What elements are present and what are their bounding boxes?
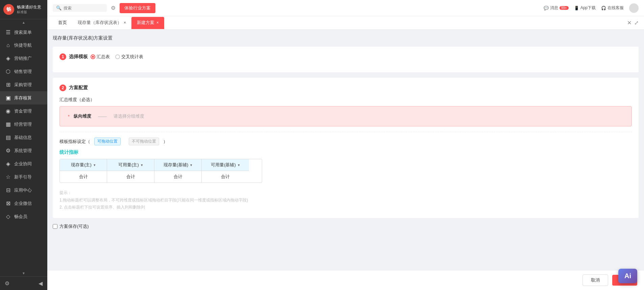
divider1 <box>59 132 632 132</box>
tab-inventory-status[interactable]: 现存量（库存状况表） × <box>72 17 131 29</box>
stats-col4-header[interactable]: 可用量(基辅) ▾ <box>202 159 249 171</box>
sidebar-item-purchase[interactable]: ⊞ 采购管理 <box>0 78 47 91</box>
indicator-label: 模板指标设定（ <box>59 139 90 145</box>
page-title: 现存量(库存状况表)方案设置 <box>53 35 639 41</box>
sidebar-item-business[interactable]: ▦ 经营管理 <box>0 118 47 131</box>
sidebar-item-label: 采购管理 <box>14 82 32 88</box>
sidebar-item-shortcut[interactable]: ⌂ 快捷导航 <box>0 39 47 52</box>
sidebar-item-label: 营销推广 <box>14 55 32 62</box>
sidebar-item-system[interactable]: ⚙ 系统管理 <box>0 144 47 157</box>
stats-col1-label: 现存量(主) <box>71 162 92 168</box>
download-icon: 📱 <box>574 6 579 10</box>
collapse-icon[interactable]: ◀ <box>39 280 43 287</box>
step2-card: 2 方案配置 汇总维度（必选） * 纵向维度 —— 请选择分组维度 模板指标设定… <box>53 78 639 218</box>
settings-icon[interactable]: ⚙ <box>5 280 9 287</box>
close-inventory-tab-icon[interactable]: × <box>124 20 126 25</box>
cancel-button[interactable]: 取消 <box>583 274 608 286</box>
col2-dropdown-icon[interactable]: ▾ <box>141 163 143 167</box>
message-badge: 99+ <box>560 6 569 10</box>
tabbar: 首页 现存量（库存状况表） × 新建方案 × ✕ ⤢ <box>47 16 644 30</box>
main-area: 🔍 ⚙ 体验行业方案 💬 消息 99+ 📱 App下载 🎧 在线客服 <box>47 0 644 290</box>
online-service-label: 在线客服 <box>608 5 624 11</box>
cart-icon: ⊞ <box>5 81 11 88</box>
tip-item-2: 2. 点击标题栏下拉可设置排序、插入列和删除列 <box>59 204 632 211</box>
home-icon: ⌂ <box>5 42 11 48</box>
sidebar-item-label: 基础信息 <box>14 135 32 141</box>
non-draggable-tag-text: 不可拖动位置 <box>132 139 156 144</box>
search-input[interactable] <box>64 6 97 10</box>
sidebar-item-search[interactable]: ☰ 搜索菜单 <box>0 26 47 39</box>
radio-cross[interactable]: 交叉统计表 <box>115 54 143 60</box>
message-label: 消息 <box>550 5 558 11</box>
sidebar-scroll-down[interactable]: ▼ <box>0 270 47 276</box>
headset-icon: 🎧 <box>601 6 606 10</box>
search-box[interactable]: 🔍 <box>53 4 107 12</box>
handshake-icon: ◈ <box>5 161 11 167</box>
sidebar-item-wechat[interactable]: ⊠ 企业微信 <box>0 197 47 210</box>
sidebar-item-member[interactable]: ◇ 畅会员 <box>0 210 47 223</box>
stats-table-header-row: 现存量(主) ▾ 可用量(主) ▾ 现存量(基辅) ▾ 可用量(基辅) ▾ <box>60 159 262 171</box>
user-avatar[interactable] <box>629 3 639 13</box>
sidebar-item-finance[interactable]: ◉ 资金管理 <box>0 104 47 118</box>
sidebar-item-cooperation[interactable]: ◈ 企业协同 <box>0 157 47 170</box>
ai-label: Ai <box>624 272 631 280</box>
stats-col2-body: 合计 <box>107 171 154 183</box>
sidebar-item-newguide[interactable]: ☆ 新手引导 <box>0 170 47 184</box>
sidebar-item-sales[interactable]: ⬡ 销售管理 <box>0 65 47 78</box>
sidebar-item-appcenter[interactable]: ⊟ 应用中心 <box>0 184 47 197</box>
dimension-required-mark: * <box>68 114 70 119</box>
topbar-gear-icon[interactable]: ⚙ <box>111 5 116 11</box>
radio-summary[interactable]: 汇总表 <box>91 54 110 60</box>
sidebar-item-marketing[interactable]: ◈ 营销推广 <box>0 52 47 65</box>
col4-dropdown-icon[interactable]: ▾ <box>238 163 240 167</box>
stats-section-title: 统计指标 <box>59 149 632 155</box>
expand-panel-icon[interactable]: ⤢ <box>634 20 639 26</box>
radio-cross-label: 交叉统计表 <box>121 54 143 60</box>
tab-new-plan-label: 新建方案 <box>137 20 154 26</box>
message-item[interactable]: 💬 消息 99+ <box>544 5 569 11</box>
sidebar-item-label: 企业微信 <box>14 200 32 207</box>
app-version: 标准版 <box>17 10 41 15</box>
stats-table-body-row: 合计 合计 合计 合计 <box>60 171 262 183</box>
dimension-placeholder[interactable]: 请选择分组维度 <box>114 113 144 119</box>
dimension-pink-box: * 纵向维度 —— 请选择分组维度 <box>59 106 632 126</box>
info-icon: ▤ <box>5 134 11 141</box>
tab-home[interactable]: 首页 <box>53 17 72 29</box>
wechat-icon: ⊠ <box>5 200 11 207</box>
stats-col4-label: 可用量(基辅) <box>211 162 236 168</box>
close-new-plan-tab-icon[interactable]: × <box>156 20 159 25</box>
sidebar-item-basic[interactable]: ▤ 基础信息 <box>0 131 47 144</box>
app-download-item[interactable]: 📱 App下载 <box>574 5 596 11</box>
radio-summary-circle <box>91 54 95 59</box>
gear-icon: ⚙ <box>5 147 11 154</box>
sidebar-item-label: 资金管理 <box>14 108 32 114</box>
topbar: 🔍 ⚙ 体验行业方案 💬 消息 99+ 📱 App下载 🎧 在线客服 <box>47 0 644 16</box>
trial-button[interactable]: 体验行业方案 <box>120 3 155 13</box>
stats-table: 现存量(主) ▾ 可用量(主) ▾ 现存量(基辅) ▾ 可用量(基辅) ▾ <box>59 159 262 183</box>
step1-num: 1 <box>59 53 66 60</box>
sidebar-item-label: 搜索菜单 <box>14 29 32 35</box>
sidebar-item-inventory[interactable]: ▣ 库存核算 <box>0 91 47 104</box>
close-panel-icon[interactable]: ✕ <box>627 20 631 26</box>
ai-float-button[interactable]: Ai <box>618 269 637 283</box>
app-logo: 畅 畅康通好生意 标准版 <box>0 0 47 19</box>
member-icon: ◇ <box>5 213 11 220</box>
stats-col1-body: 合计 <box>60 171 107 183</box>
stats-col2-header[interactable]: 可用量(主) ▾ <box>107 159 154 171</box>
logo-icon: 畅 <box>3 4 14 15</box>
stats-col2-label: 可用量(主) <box>118 162 139 168</box>
template-radio-group: 汇总表 交叉统计表 <box>91 54 143 60</box>
dimension-dash: —— <box>98 114 107 119</box>
sidebar-scroll-up[interactable]: ▲ <box>0 19 47 26</box>
online-service-item[interactable]: 🎧 在线客服 <box>601 5 624 11</box>
stats-col3-header[interactable]: 现存量(基辅) ▾ <box>154 159 202 171</box>
sidebar-item-label: 畅会员 <box>14 214 27 220</box>
tab-inventory-label: 现存量（库存状况表） <box>78 20 122 26</box>
tab-new-plan[interactable]: 新建方案 × <box>131 17 164 29</box>
chart-icon: ⬡ <box>5 68 11 75</box>
step1-card: 1 选择模板 汇总表 交叉统计表 <box>53 47 639 72</box>
stats-col1-header[interactable]: 现存量(主) ▾ <box>60 159 107 171</box>
col3-dropdown-icon[interactable]: ▾ <box>190 163 192 167</box>
save-checkbox[interactable] <box>53 224 57 229</box>
col1-dropdown-icon[interactable]: ▾ <box>94 163 96 167</box>
